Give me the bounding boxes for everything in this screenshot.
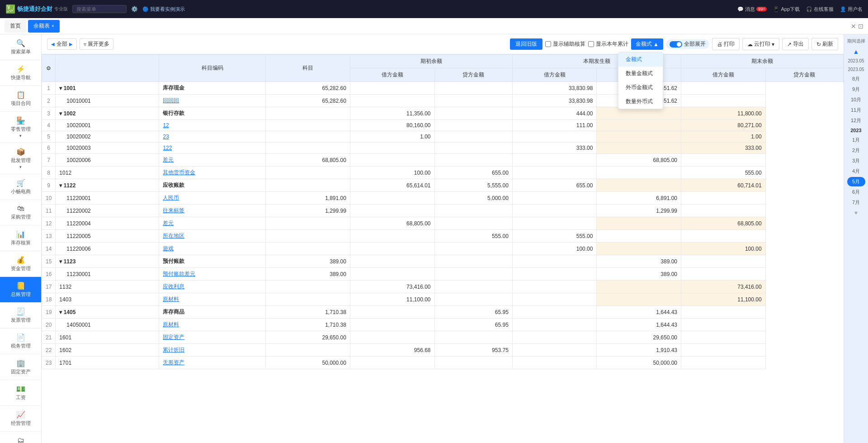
sidebar-item-operations[interactable]: 📈 经营管理: [0, 406, 41, 432]
period-2023-05-1[interactable]: 2023.05: [847, 57, 865, 65]
op_debit-cell[interactable]: 65,282.60: [266, 82, 350, 95]
expand-all-toggle[interactable]: 全部展开: [666, 39, 709, 49]
show-auxiliary-check[interactable]: 显示辅助核算: [545, 40, 585, 48]
cl_credit-cell[interactable]: 60,714.01: [681, 179, 766, 192]
op_debit-cell[interactable]: [266, 120, 350, 131]
format-item-qty-foreign[interactable]: 数量外币式: [618, 95, 663, 109]
pd_debit-cell[interactable]: [434, 293, 512, 306]
pd_credit-cell[interactable]: 100.00: [512, 243, 597, 255]
op_debit-cell[interactable]: [266, 131, 350, 143]
ytd-checkbox[interactable]: [588, 41, 594, 47]
pd_credit-cell[interactable]: [512, 331, 597, 344]
op_credit-cell[interactable]: [350, 230, 434, 243]
period-11[interactable]: 11月: [847, 105, 865, 115]
period-12[interactable]: 12月: [847, 116, 865, 125]
op_debit-cell[interactable]: [266, 230, 350, 243]
pd_debit-cell[interactable]: [434, 154, 512, 167]
subject-name-cell[interactable]: 人民币: [159, 192, 266, 205]
cl_credit-cell[interactable]: [681, 230, 766, 243]
op_debit-cell[interactable]: 389.00: [266, 268, 350, 281]
period-down-arrow[interactable]: ▾: [854, 208, 859, 217]
pd_credit-cell[interactable]: 655.00: [512, 179, 597, 192]
op_credit-cell[interactable]: 956.68: [350, 344, 434, 357]
period-6[interactable]: 6月: [847, 187, 865, 197]
pd_credit-cell[interactable]: [512, 306, 597, 319]
export-btn[interactable]: ↗ 导出: [782, 38, 809, 50]
cl_credit-cell[interactable]: [681, 95, 766, 107]
op_credit-cell[interactable]: 11,100.00: [350, 293, 434, 306]
window-close[interactable]: ✕: [851, 23, 856, 30]
op_debit-cell[interactable]: [266, 243, 350, 255]
cl_credit-cell[interactable]: 333.00: [681, 143, 766, 154]
op_debit-cell[interactable]: 389.00: [266, 255, 350, 268]
op_credit-cell[interactable]: [350, 143, 434, 154]
cl_debit-cell[interactable]: 389.00: [597, 268, 681, 281]
op_credit-cell[interactable]: 65,614.01: [350, 179, 434, 192]
pd_debit-cell[interactable]: 5,000.00: [434, 192, 512, 205]
pd_credit-cell[interactable]: [512, 131, 597, 143]
pd_credit-cell[interactable]: [512, 293, 597, 306]
pd_debit-cell[interactable]: [434, 255, 512, 268]
cl_debit-cell[interactable]: 1,644.43: [597, 306, 681, 319]
pd_debit-cell[interactable]: 5,555.00: [434, 179, 512, 192]
cl_debit-cell[interactable]: [597, 281, 681, 293]
sidebar-item-quick-nav[interactable]: ⚡ 快捷导航: [0, 60, 41, 86]
cl_debit-cell[interactable]: [597, 243, 681, 255]
subject-name-cell[interactable]: 遊戏: [159, 243, 266, 255]
op_credit-cell[interactable]: 100.00: [350, 167, 434, 179]
op_credit-cell[interactable]: [350, 154, 434, 167]
pd_credit-cell[interactable]: 333.00: [512, 143, 597, 154]
period-9[interactable]: 9月: [847, 85, 865, 94]
subject-name-cell[interactable]: 预付账款差元: [159, 268, 266, 281]
format-item-foreign-amount[interactable]: 外币金额式: [618, 81, 663, 95]
cl_credit-cell[interactable]: 100.00: [681, 243, 766, 255]
period-5[interactable]: 5月: [847, 177, 865, 186]
format-item-qty-amount[interactable]: 数量金额式: [618, 67, 663, 81]
op_credit-cell[interactable]: [350, 268, 434, 281]
sidebar-item-inventory[interactable]: 📊 库存核算: [0, 225, 41, 251]
cl_credit-cell[interactable]: [681, 306, 766, 319]
pd_credit-cell[interactable]: [512, 344, 597, 357]
pd_credit-cell[interactable]: 33,830.98: [512, 95, 597, 107]
refresh-btn[interactable]: ↻ 刷新: [811, 38, 838, 50]
op_debit-cell[interactable]: [266, 293, 350, 306]
op_debit-cell[interactable]: 1,891.00: [266, 192, 350, 205]
demo-link[interactable]: 🔵 我要看实例演示: [142, 6, 185, 13]
sidebar-item-capital[interactable]: 💰 资金管理: [0, 251, 41, 277]
sidebar-item-reports[interactable]: 🗂 小畅报销: [0, 432, 41, 443]
cl_debit-cell[interactable]: [597, 230, 681, 243]
cl_credit-cell[interactable]: 555.00: [681, 167, 766, 179]
cl_debit-cell[interactable]: [597, 293, 681, 306]
op_debit-cell[interactable]: 50,000.00: [266, 357, 350, 369]
period-10[interactable]: 10月: [847, 95, 865, 105]
pd_credit-cell[interactable]: [512, 192, 597, 205]
cl_debit-cell[interactable]: [597, 167, 681, 179]
pd_debit-cell[interactable]: [434, 357, 512, 369]
subject-name-cell[interactable]: 差元: [159, 154, 266, 167]
cl_credit-cell[interactable]: [681, 268, 766, 281]
cl_debit-cell[interactable]: 50,000.00: [597, 357, 681, 369]
auxiliary-checkbox[interactable]: [545, 41, 551, 47]
period-3[interactable]: 3月: [847, 156, 865, 166]
op_credit-cell[interactable]: 80,160.00: [350, 120, 434, 131]
message-btn[interactable]: 💬 消息 99+: [737, 6, 767, 13]
sidebar-item-payroll[interactable]: 💵 工资: [0, 380, 41, 406]
cl_credit-cell[interactable]: 1.00: [681, 131, 766, 143]
period-1[interactable]: 1月: [847, 135, 865, 145]
cl_credit-cell[interactable]: [681, 319, 766, 331]
period-up-arrow[interactable]: ▲: [852, 47, 860, 56]
op_credit-cell[interactable]: 1.00: [350, 131, 434, 143]
sidebar-item-project[interactable]: 📋 项目合同: [0, 86, 41, 112]
pd_debit-cell[interactable]: [434, 205, 512, 217]
subject-name-cell[interactable]: 12: [159, 120, 266, 131]
cl_debit-cell[interactable]: 68,805.00: [597, 154, 681, 167]
op_credit-cell[interactable]: [350, 331, 434, 344]
format-dropdown-btn[interactable]: 金额式 ▲: [631, 38, 663, 50]
pd_debit-cell[interactable]: [434, 268, 512, 281]
subject-name-cell[interactable]: 往来标签: [159, 205, 266, 217]
cl_debit-cell[interactable]: [597, 131, 681, 143]
pd_credit-cell[interactable]: [512, 281, 597, 293]
op_debit-cell[interactable]: [266, 143, 350, 154]
pd_debit-cell[interactable]: [434, 82, 512, 95]
cl_debit-cell[interactable]: [597, 143, 681, 154]
